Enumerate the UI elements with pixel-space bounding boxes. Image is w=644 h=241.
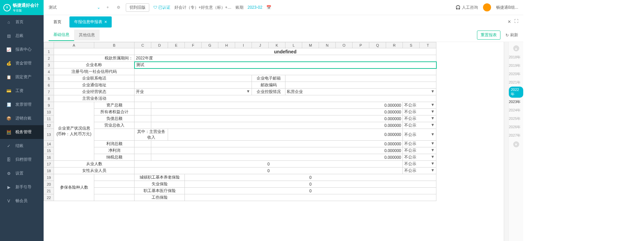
close-panel-icon[interactable]: × xyxy=(508,19,511,25)
nav-salary[interactable]: 💳工资 xyxy=(0,84,44,98)
subtab-basic[interactable]: 基础信息 xyxy=(49,29,74,41)
cell-label[interactable]: 注册号/统一社会信用代码 xyxy=(54,68,135,75)
year-2022年[interactable]: 2022年 xyxy=(509,87,523,98)
nav-guide[interactable]: ▶新手引导 xyxy=(0,180,44,194)
col-header[interactable]: Q xyxy=(369,42,386,48)
row-header[interactable]: 4 xyxy=(44,68,54,75)
year-up-icon[interactable]: ▲ xyxy=(513,45,519,51)
cell-value[interactable]: 0 xyxy=(135,167,403,174)
cell-group[interactable]: 企业资产状况信息(币种：人民币万元) xyxy=(54,102,94,161)
avatar[interactable] xyxy=(483,3,491,11)
cell-label[interactable]: 失业保险 xyxy=(135,181,185,188)
year-2021年[interactable]: 2021年 xyxy=(509,78,523,87)
nav-stock[interactable]: 📦进销台账 xyxy=(0,111,44,125)
cell-value[interactable] xyxy=(135,68,436,75)
gear-icon[interactable]: ⚙ xyxy=(115,4,122,11)
year-2023年[interactable]: 2023年 xyxy=(509,98,523,106)
cell-dropdown[interactable]: 不公示▼ xyxy=(403,141,436,147)
cell-label[interactable]: 纳税总额 xyxy=(94,154,135,161)
cell-label[interactable]: 企业经营状态 xyxy=(54,89,135,95)
cell-label[interactable]: 所有者权益合计 xyxy=(94,109,135,115)
cell-label[interactable]: 税款所属期间： xyxy=(54,55,135,62)
year-2024年[interactable]: 2024年 xyxy=(509,106,523,114)
refresh-button[interactable]: ↻ 刷新 xyxy=(505,32,518,38)
col-header[interactable]: I xyxy=(235,42,252,48)
cell-value[interactable] xyxy=(135,75,252,82)
row-header[interactable]: 12 xyxy=(44,122,54,129)
cell-value[interactable] xyxy=(135,147,151,154)
col-header[interactable]: F xyxy=(185,42,202,48)
year-2027年[interactable]: 2027年 xyxy=(509,131,523,140)
row-header[interactable]: 3 xyxy=(44,62,54,68)
company-selector[interactable]: 测试 ⌄ xyxy=(49,5,100,10)
cell-label[interactable]: 企业控股情况 xyxy=(252,89,285,95)
nav-asset[interactable]: 📋固定资产 xyxy=(0,70,44,84)
cell-value[interactable]: 0 xyxy=(185,174,436,181)
reset-button[interactable]: 重置报表 xyxy=(477,31,500,40)
row-header[interactable]: 1 xyxy=(44,48,54,55)
col-header[interactable]: M xyxy=(302,42,319,48)
year-2026年[interactable]: 2026年 xyxy=(509,123,523,131)
cell-label[interactable]: 其中：主营业务收入 xyxy=(135,129,168,141)
nav-home[interactable]: ⌂首页 xyxy=(0,15,44,29)
add-icon[interactable]: + xyxy=(104,4,111,11)
row-header[interactable]: 8 xyxy=(44,95,54,102)
cell-value[interactable] xyxy=(94,129,135,141)
cell-value[interactable]: 0.000000 xyxy=(151,109,403,115)
row-header[interactable]: 20 xyxy=(44,181,54,188)
cell-label[interactable]: 城镇职工基本养老保险 xyxy=(135,174,185,181)
period-value[interactable]: 2023-02 xyxy=(248,5,262,10)
nav-settings[interactable]: ⚙设置 xyxy=(0,166,44,180)
cell-value[interactable] xyxy=(135,109,151,115)
cell-label[interactable]: 负债总额 xyxy=(94,115,135,122)
cell-value[interactable]: 0.000000 xyxy=(168,129,403,141)
row-header[interactable]: 9 xyxy=(44,102,54,109)
cell-value[interactable]: 0 xyxy=(185,181,436,188)
year-2018年[interactable]: 2018年 xyxy=(509,53,523,61)
row-header[interactable]: 14 xyxy=(44,141,54,147)
close-icon[interactable]: × xyxy=(104,19,107,25)
cell-label[interactable]: 企业名称 xyxy=(54,62,135,68)
cell-dropdown[interactable]: 私营企业▼ xyxy=(285,89,436,95)
cell-value[interactable] xyxy=(285,82,436,89)
cell-label[interactable]: 企业联系电话 xyxy=(54,75,135,82)
cell-value[interactable] xyxy=(94,188,135,194)
cell-value[interactable] xyxy=(135,122,151,129)
col-header[interactable]: J xyxy=(252,42,269,48)
cell-dropdown[interactable]: 不公示▼ xyxy=(403,154,436,161)
cell-dropdown[interactable]: 不公示▼ xyxy=(403,129,436,141)
cell-label[interactable]: 资产总额 xyxy=(94,102,135,109)
cell-value[interactable]: 2022年度 xyxy=(135,55,436,62)
cell-value[interactable] xyxy=(54,48,135,55)
row-header[interactable]: 18 xyxy=(44,167,54,174)
old-version-button[interactable]: 切到旧版 xyxy=(126,3,149,12)
cell-label[interactable]: 企业电子邮箱 xyxy=(252,75,285,82)
cell-value[interactable]: 0.000000 xyxy=(151,154,403,161)
col-header[interactable]: R xyxy=(386,42,403,48)
col-header[interactable]: G xyxy=(202,42,218,48)
cell-value[interactable] xyxy=(285,75,436,82)
col-header[interactable]: K xyxy=(269,42,285,48)
col-header[interactable]: H xyxy=(218,42,235,48)
cell-label[interactable]: 利润总额 xyxy=(94,141,135,147)
row-header[interactable]: 22 xyxy=(44,194,54,201)
year-2020年[interactable]: 2020年 xyxy=(509,70,523,78)
cell-dropdown[interactable]: 开业▼ xyxy=(135,89,252,95)
cell-label[interactable]: 净利润 xyxy=(94,147,135,154)
col-header[interactable] xyxy=(44,42,54,48)
nav-money[interactable]: 💰资金管理 xyxy=(0,56,44,70)
row-header[interactable]: 7 xyxy=(44,89,54,95)
col-header[interactable]: L xyxy=(285,42,302,48)
col-header[interactable]: D xyxy=(151,42,168,48)
cell-label[interactable]: 营业总收入 xyxy=(94,122,135,129)
row-header[interactable]: 10 xyxy=(44,109,54,115)
cell-dropdown[interactable]: 不公示▼ xyxy=(403,115,436,122)
cell-value[interactable]: 0.000000 xyxy=(151,141,403,147)
cell-value[interactable] xyxy=(94,194,135,201)
cell-value[interactable] xyxy=(94,181,135,188)
row-header[interactable]: 17 xyxy=(44,161,54,167)
row-header[interactable]: 19 xyxy=(44,174,54,181)
tab-home[interactable]: 首页 xyxy=(49,16,66,28)
nav-tax[interactable]: 🧮税务管理 xyxy=(0,125,44,139)
cell-value[interactable]: 0.000000 xyxy=(151,102,403,109)
